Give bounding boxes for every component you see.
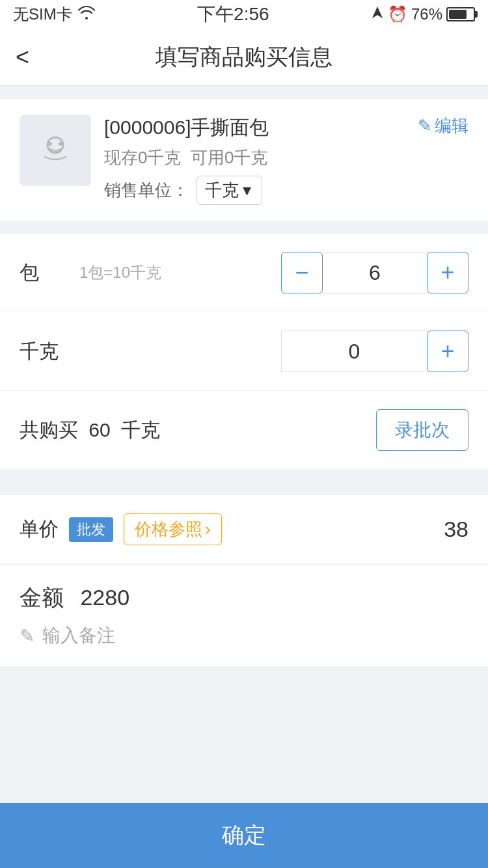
wifi-icon [77,5,96,23]
battery-percent: 76% [411,5,442,23]
kilogram-stepper: 0 + [281,331,468,372]
separator-2 [0,469,488,482]
edit-note-icon: ✎ [20,625,34,647]
package-row: 包 1包=10千克 − + [0,234,488,312]
package-input[interactable] [323,252,427,293]
total-row: 共购买 60 千克 录批次 [0,391,488,469]
product-name: [0000006]手撕面包 [104,115,468,141]
product-stock: 现存0千克 可用0千克 [104,146,468,169]
product-unit-row: 销售单位： 千克 ▾ [104,176,468,205]
status-bar: 无SIM卡 下午2:56 ⏰ 76% [0,0,488,29]
package-minus-button[interactable]: − [281,252,323,293]
price-section: 单价 批发 价格参照 › 38 [0,495,488,563]
carrier-label: 无SIM卡 [13,4,72,25]
alarm-icon: ⏰ [388,5,407,23]
confirm-button[interactable]: 确定 [0,803,488,868]
total-text: 共购买 60 千克 [20,417,160,444]
amount-section: 金额 2280 ✎ 输入备注 [0,565,488,666]
svg-point-2 [59,142,62,146]
note-placeholder: 输入备注 [42,623,115,648]
package-section: 包 1包=10千克 − + 千克 0 + [0,234,488,391]
chevron-down-icon: ▾ [243,180,251,200]
back-button[interactable]: < [16,44,29,71]
kilogram-value: 0 [281,331,427,372]
arrow-right-icon: › [205,519,211,539]
nav-bar: < 填写商品购买信息 [0,29,488,86]
package-hint: 1包=10千克 [79,262,281,283]
price-ref-button[interactable]: 价格参照 › [124,513,222,545]
status-right: ⏰ 76% [371,5,475,23]
status-left: 无SIM卡 [13,4,96,25]
price-type-tag: 批发 [69,517,113,542]
svg-point-1 [48,142,52,146]
package-label: 包 [20,260,72,286]
kilogram-row: 千克 0 + [0,312,488,391]
package-plus-button[interactable]: + [427,252,468,293]
location-icon [371,5,384,23]
battery-icon [446,7,475,21]
product-thumbnail [20,115,91,186]
batch-button[interactable]: 录批次 [376,409,468,451]
product-info: [0000006]手撕面包 现存0千克 可用0千克 销售单位： 千克 ▾ [104,115,468,205]
amount-row: 金额 2280 [20,583,468,613]
status-time: 下午2:56 [197,2,269,27]
edit-icon: ✎ [418,116,432,136]
price-label: 单价 [20,516,59,543]
unit-select[interactable]: 千克 ▾ [197,176,262,205]
edit-button[interactable]: ✎ 编辑 [418,115,468,137]
product-card: [0000006]手撕面包 现存0千克 可用0千克 销售单位： 千克 ▾ ✎ 编… [0,99,488,221]
price-row: 单价 批发 价格参照 › 38 [20,513,468,545]
kilogram-label: 千克 [20,338,72,365]
note-row[interactable]: ✎ 输入备注 [20,623,468,648]
price-value: 38 [444,517,468,542]
package-stepper: − + [281,252,468,293]
separator-1 [0,221,488,234]
kilogram-plus-button[interactable]: + [427,331,468,372]
page-title: 填写商品购买信息 [156,42,332,72]
